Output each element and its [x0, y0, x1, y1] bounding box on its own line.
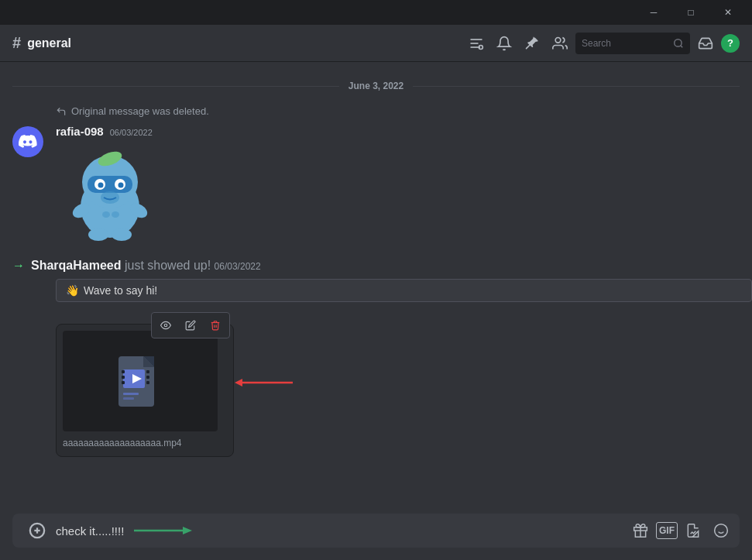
deleted-notice-text: Original message was deleted. — [71, 105, 209, 117]
join-timestamp: 06/03/2022 — [215, 261, 261, 272]
join-action-text: just showed up! — [125, 259, 211, 272]
attachment-content: aaaaaaaaaaaaaaaaaaa.mp4 — [56, 321, 740, 460]
title-bar-controls: ─ □ ✕ — [636, 0, 746, 25]
green-arrow-indicator — [130, 523, 192, 538]
svg-rect-28 — [122, 370, 125, 373]
edit-button[interactable] — [180, 314, 201, 336]
minimize-button[interactable]: ─ — [636, 0, 671, 25]
maximize-button[interactable]: □ — [673, 0, 709, 25]
svg-rect-32 — [146, 376, 149, 379]
message-group-attachment: aaaaaaaaaaaaaaaaaaa.mp4 — [0, 308, 752, 463]
svg-point-45 — [715, 524, 728, 538]
channel-name: general — [27, 36, 71, 50]
svg-point-14 — [118, 183, 124, 188]
message-header-rafia: rafia-098 06/03/2022 — [56, 125, 740, 138]
join-text: SharqaHameed just showed up! 06/03/2022 — [31, 259, 261, 273]
svg-point-3 — [479, 45, 482, 49]
title-bar: ─ □ ✕ — [0, 0, 752, 25]
header-actions: Search ? — [464, 31, 740, 56]
svg-marker-42 — [183, 527, 192, 534]
sticker-svg — [60, 145, 160, 246]
search-icon — [673, 38, 684, 49]
wave-emoji: 👋 — [66, 284, 79, 297]
message-input-box: check it.....!!!! — [12, 514, 740, 548]
gif-label: GIF — [659, 525, 675, 536]
join-event: → SharqaHameed just showed up! 06/03/202… — [0, 256, 752, 276]
members-icon-button[interactable] — [548, 31, 572, 56]
svg-rect-35 — [123, 397, 134, 400]
message-input-area: check it.....!!!! — [0, 514, 752, 560]
timestamp-rafia: 06/03/2022 — [110, 128, 153, 137]
gif-button[interactable]: GIF — [656, 522, 678, 539]
svg-rect-33 — [146, 381, 149, 384]
search-bar[interactable]: Search — [575, 33, 690, 54]
svg-point-20 — [102, 211, 110, 218]
svg-point-15 — [101, 191, 119, 204]
inbox-icon-button[interactable] — [693, 31, 718, 56]
svg-rect-29 — [122, 376, 125, 379]
message-input-field[interactable]: check it.....!!!! — [56, 523, 622, 538]
messages-area: June 3, 2022 Original message was delete… — [0, 62, 752, 514]
svg-rect-10 — [88, 176, 132, 193]
svg-point-5 — [675, 39, 682, 46]
username-rafia[interactable]: rafia-098 — [56, 125, 104, 138]
threads-icon-button[interactable] — [464, 31, 489, 56]
svg-point-22 — [164, 324, 167, 327]
deleted-message-notice: Original message was deleted. — [0, 104, 752, 119]
help-button[interactable]: ? — [721, 34, 740, 53]
svg-point-18 — [88, 228, 108, 241]
svg-point-21 — [112, 211, 119, 218]
svg-marker-37 — [235, 379, 242, 387]
wave-button[interactable]: 👋 Wave to say hi! — [56, 279, 752, 302]
view-button[interactable] — [155, 314, 177, 336]
avatar-placeholder — [12, 321, 43, 460]
attachment-filename: aaaaaaaaaaaaaaaaaaa.mp4 — [63, 436, 227, 450]
channel-header: # general — [0, 25, 752, 62]
channel-title: # general — [12, 34, 71, 52]
attachment-container: aaaaaaaaaaaaaaaaaaa.mp4 — [56, 324, 234, 457]
join-username[interactable]: SharqaHameed — [31, 259, 122, 272]
video-thumbnail — [63, 331, 218, 431]
join-arrow-icon: → — [12, 259, 25, 273]
red-arrow-indicator — [235, 375, 297, 393]
delete-button[interactable] — [204, 314, 226, 336]
svg-line-6 — [681, 45, 683, 47]
hash-icon: # — [12, 34, 21, 52]
attachment-toolbar — [151, 312, 230, 338]
input-actions: GIF — [628, 518, 733, 543]
message-group-rafia: rafia-098 06/03/2022 — [0, 119, 752, 253]
svg-point-13 — [98, 183, 104, 188]
gift-button[interactable] — [628, 518, 653, 543]
message-content-rafia: rafia-098 06/03/2022 — [56, 125, 740, 249]
close-button[interactable]: ✕ — [710, 0, 746, 25]
wave-button-label: Wave to say hi! — [84, 284, 157, 297]
add-file-button[interactable] — [25, 518, 50, 543]
svg-rect-31 — [146, 370, 149, 373]
search-placeholder: Search — [582, 38, 670, 49]
emoji-button[interactable] — [709, 518, 733, 543]
reply-icon — [56, 106, 67, 117]
message-input-text: check it.....!!!! — [56, 524, 124, 538]
svg-rect-34 — [123, 393, 139, 395]
sticker-image — [56, 141, 164, 249]
bell-icon-button[interactable] — [492, 31, 517, 56]
avatar-rafia — [12, 126, 43, 157]
svg-rect-30 — [122, 381, 125, 384]
svg-point-19 — [112, 228, 132, 241]
date-divider: June 3, 2022 — [0, 74, 752, 98]
sticker-button[interactable] — [681, 518, 706, 543]
video-file-icon — [117, 352, 163, 411]
date-divider-text: June 3, 2022 — [339, 81, 413, 91]
svg-point-4 — [555, 37, 561, 43]
pin-icon-button[interactable] — [520, 31, 544, 56]
